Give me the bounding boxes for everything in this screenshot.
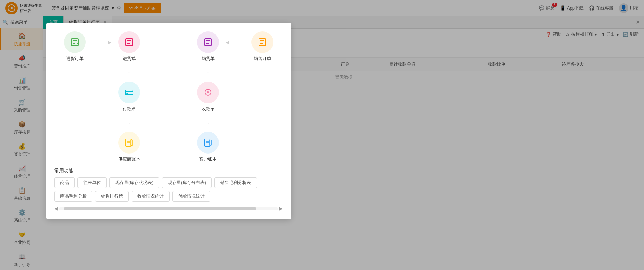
purchase-bill-label: 进货单 <box>123 56 136 62</box>
common-functions-title: 常用功能 <box>54 168 283 174</box>
sales-bill-icon <box>197 31 219 53</box>
flow-node-supplier-ledger[interactable]: 供应商账本 <box>109 132 150 162</box>
func-buttons-container: 商品往来单位现存量(库存状况表)现存量(库存分布表)销售毛利分析表商品毛利分析销… <box>54 177 283 202</box>
scroll-right-icon[interactable]: ▶ <box>279 206 283 211</box>
payment-icon <box>118 82 140 103</box>
flow-arrows-row1: ↓ ↓ <box>54 69 283 75</box>
purchase-bill-icon <box>118 31 140 53</box>
flow-node-payment[interactable]: 付款单 <box>109 82 150 112</box>
flow-diagram: 进货订单 ▶ 进货单 销货单 ◀ <box>54 31 283 162</box>
purchase-order-icon <box>64 31 86 53</box>
flow-node-sales-bill[interactable]: 销货单 <box>188 31 228 62</box>
svg-rect-24 <box>130 140 133 145</box>
customer-ledger-icon <box>197 132 219 154</box>
func-btn-1[interactable]: 往来单位 <box>77 177 107 188</box>
flow-node-purchase-bill[interactable]: 进货单 <box>109 31 150 62</box>
supplier-ledger-label: 供应商账本 <box>118 156 140 162</box>
flow-node-customer-ledger[interactable]: 客户账本 <box>188 132 228 162</box>
flow-node-receipt[interactable]: ¥ 收款单 <box>188 82 228 112</box>
func-btn-8[interactable]: 付款情况统计 <box>172 191 210 202</box>
customer-ledger-label: 客户账本 <box>199 156 217 162</box>
func-btn-0[interactable]: 商品 <box>54 177 75 188</box>
popup-scrollbar-row: ◀ ▶ <box>54 206 283 211</box>
scroll-left-icon[interactable]: ◀ <box>54 206 58 211</box>
svg-rect-28 <box>209 140 211 145</box>
popup-scrollbar[interactable] <box>59 207 278 210</box>
func-btn-6[interactable]: 销售排行榜 <box>95 191 129 202</box>
sales-order-label: 销售订单 <box>254 56 271 62</box>
supplier-ledger-icon <box>118 132 140 154</box>
payment-label: 付款单 <box>123 106 136 112</box>
flow-row-3: 供应商账本 客户账本 <box>54 132 283 162</box>
svg-text:¥: ¥ <box>207 90 209 95</box>
svg-rect-20 <box>126 93 128 94</box>
func-btn-7[interactable]: 收款情况统计 <box>132 191 170 202</box>
common-functions: 常用功能 商品往来单位现存量(库存状况表)现存量(库存分布表)销售毛利分析表商品… <box>54 168 283 202</box>
receipt-label: 收款单 <box>202 106 215 112</box>
sales-bill-label: 销货单 <box>202 56 215 62</box>
func-btn-4[interactable]: 销售毛利分析表 <box>214 177 257 188</box>
func-btn-5[interactable]: 商品毛利分析 <box>54 191 92 202</box>
purchase-order-label: 进货订单 <box>66 56 84 62</box>
sales-order-icon <box>251 31 273 53</box>
flow-node-sales-order[interactable]: 销售订单 <box>242 31 283 62</box>
func-btn-3[interactable]: 现存量(库存分布表) <box>162 177 212 188</box>
popup-dialog: 进货订单 ▶ 进货单 销货单 ◀ <box>46 23 291 219</box>
func-btn-2[interactable]: 现存量(库存状况表) <box>109 177 159 188</box>
flow-row-2: 付款单 ¥ 收款单 <box>54 82 283 112</box>
svg-rect-18 <box>125 90 133 95</box>
receipt-icon: ¥ <box>197 82 219 103</box>
flow-row-1: 进货订单 ▶ 进货单 销货单 ◀ <box>54 31 283 62</box>
flow-arrows-row2: ↓ ↓ <box>54 119 283 125</box>
flow-node-purchase-order[interactable]: 进货订单 <box>54 31 95 62</box>
popup-scrollbar-thumb <box>64 207 256 210</box>
